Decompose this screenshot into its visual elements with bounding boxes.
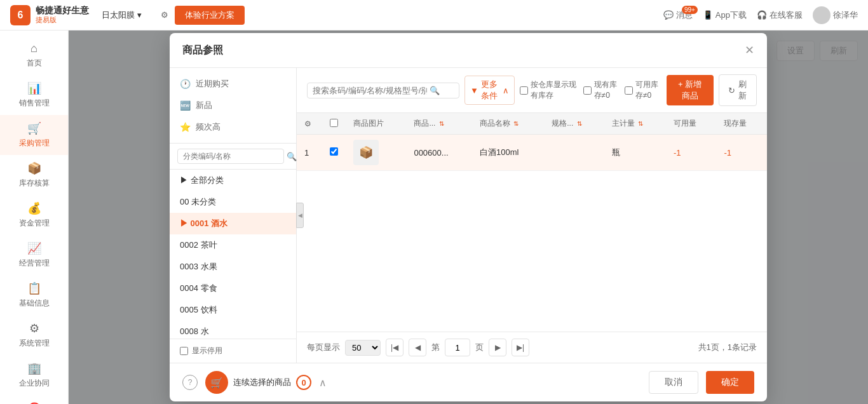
table-row[interactable]: 1 📦 [297, 135, 767, 171]
cat-item-0002[interactable]: 0002 茶叶 [170, 234, 296, 256]
th-settings[interactable]: ⚙ [297, 113, 322, 135]
row-check[interactable] [322, 135, 346, 171]
settings-icon[interactable]: ⚙ [154, 5, 175, 25]
message-icon: 💬 [663, 10, 674, 20]
sidebar-label-purchase: 采购管理 [19, 138, 50, 149]
product-image: 📦 [353, 140, 379, 165]
modal-close-button[interactable]: ✕ [745, 43, 754, 57]
continue-count-badge: 0 [296, 375, 311, 390]
last-page-button[interactable]: ▶| [512, 339, 529, 356]
first-page-button[interactable]: |◀ [386, 339, 403, 356]
sidebar-item-sales[interactable]: 📊 销售管理 [0, 75, 68, 115]
th-spec-label: 规格... [552, 119, 573, 128]
sidebar-item-operation[interactable]: 📈 经营管理 [0, 235, 68, 275]
th-unit[interactable]: 主计量 ⇅ [604, 113, 666, 135]
store-name: 日太阳膜 [102, 10, 135, 21]
th-stock: 现存量 [716, 113, 767, 135]
category-search-icon[interactable]: 🔍 [287, 152, 297, 161]
th-name[interactable]: 商品名称 ⇅ [472, 113, 544, 135]
confirm-button[interactable]: 确定 [706, 371, 754, 394]
add-product-button[interactable]: + 新增商品 [667, 75, 714, 105]
search-icon[interactable]: 🔍 [430, 86, 440, 95]
service-item[interactable]: 🎧 在线客服 [757, 10, 803, 21]
warehouse-filter-label[interactable]: 按仓库显示现有库存 [520, 79, 578, 101]
stock-filter-checkbox[interactable] [583, 86, 592, 95]
refresh-button[interactable]: ↻ 刷新 [719, 74, 757, 106]
sidebar-item-enterprise[interactable]: 🏢 企业协同 [0, 355, 68, 395]
purchase-icon: 🛒 [27, 121, 41, 135]
row-checkbox[interactable] [330, 147, 338, 156]
message-nav-item[interactable]: 💬 消息 99+ [663, 10, 693, 21]
cat-item-0001[interactable]: ▶ 0001 酒水 [170, 213, 296, 234]
table-header-row: ⚙ 商品图片 商品... ⇅ [297, 113, 767, 135]
sidebar-item-purchase[interactable]: 🛒 采购管理 [0, 115, 68, 155]
help-icon[interactable]: ? [182, 375, 198, 390]
page-label: 第 [431, 342, 440, 353]
next-page-button[interactable]: ▶ [489, 339, 506, 356]
quick-item-recent[interactable]: 🕐 近期购买 [170, 73, 296, 95]
stock-filter-label[interactable]: 现有库存≠0 [583, 79, 620, 101]
select-all-checkbox[interactable] [330, 119, 338, 127]
app-download-item[interactable]: 📱 App下载 [703, 10, 747, 21]
warehouse-filter-checkbox[interactable] [520, 86, 528, 95]
sort-spec-icon: ⇅ [577, 120, 582, 127]
table-head: ⚙ 商品图片 商品... ⇅ [297, 113, 767, 135]
product-panel: 🔍 ▼ 更多条件 ∧ 按仓库显示现有库存 [297, 68, 767, 363]
cancel-button[interactable]: 取消 [649, 371, 698, 394]
quick-label-new: 新品 [196, 100, 212, 111]
sidebar-item-system[interactable]: ⚙ 系统管理 [0, 315, 68, 355]
guide-icon: 🎯 [27, 401, 41, 404]
modal-footer: ? 🛒 连续选择的商品 0 ∧ 取消 确定 [170, 363, 767, 401]
enterprise-icon: 🏢 [27, 361, 41, 375]
cat-item-0003[interactable]: 0003 水果 [170, 256, 296, 278]
sidebar-item-home[interactable]: ⌂ 首页 [0, 36, 68, 75]
th-code-label: 商品... [414, 119, 435, 128]
store-selector[interactable]: 日太阳膜 ▾ [102, 10, 142, 21]
sidebar-item-inventory[interactable]: 📦 库存核算 [0, 155, 68, 195]
filter-button[interactable]: ▼ 更多条件 ∧ [465, 76, 515, 105]
user-item[interactable]: 徐泽华 [813, 6, 858, 24]
cat-item-all[interactable]: ▶ 全部分类 [170, 170, 296, 191]
category-search-input[interactable] [177, 149, 284, 164]
available-filter-checkbox[interactable] [625, 86, 633, 95]
category-collapse-button[interactable]: ◀ [296, 203, 304, 228]
available-filter-label[interactable]: 可用库存≠0 [625, 79, 661, 101]
page-size-select[interactable]: 50 10 20 100 [345, 340, 381, 356]
quick-access: 🕐 近期购买 🆕 新品 ⭐ 频次高 [170, 68, 296, 144]
display-disabled-checkbox[interactable] [180, 347, 188, 355]
cart-icon[interactable]: 🛒 [205, 371, 228, 394]
avatar [813, 6, 831, 24]
product-search-input[interactable] [313, 86, 427, 95]
modal-header: 商品参照 ✕ [170, 33, 767, 68]
quick-label-recent: 近期购买 [196, 78, 229, 90]
finance-icon: 💰 [27, 201, 41, 215]
th-code[interactable]: 商品... ⇅ [406, 113, 472, 135]
sidebar-item-basic[interactable]: 📋 基础信息 [0, 275, 68, 315]
modal-overlay: 商品参照 ✕ 🕐 近期购买 🆕 [69, 30, 868, 404]
available-filter-text: 可用库存≠0 [635, 79, 661, 101]
sort-name-icon: ⇅ [513, 120, 519, 127]
collapse-footer-icon[interactable]: ∧ [319, 377, 327, 389]
page-number-input[interactable] [445, 339, 470, 356]
sales-icon: 📊 [27, 81, 41, 95]
quick-label-frequent: 频次高 [196, 121, 220, 133]
sidebar-item-guide[interactable]: 🎯 新手引导 [0, 395, 68, 404]
cat-item-0005[interactable]: 0005 饮料 [170, 299, 296, 321]
quick-item-frequent[interactable]: ⭐ 频次高 [170, 116, 296, 138]
trial-button[interactable]: 体验行业方案 [175, 6, 245, 25]
quick-item-new[interactable]: 🆕 新品 [170, 95, 296, 116]
recent-icon: 🕐 [180, 79, 191, 89]
system-icon: ⚙ [29, 321, 39, 335]
prev-page-button[interactable]: ◀ [409, 339, 426, 356]
refresh-icon: ↻ [728, 86, 735, 95]
main-content: 查询 设置 刷新 商品参照 ✕ 🕐 [69, 30, 868, 404]
category-search: 🔍 [170, 144, 296, 170]
th-check [322, 113, 346, 135]
sidebar-item-finance[interactable]: 💰 资金管理 [0, 195, 68, 235]
cat-item-00[interactable]: 00 未分类 [170, 191, 296, 213]
image-placeholder-icon: 📦 [359, 145, 373, 159]
th-spec[interactable]: 规格... ⇅ [544, 113, 604, 135]
cat-item-0004[interactable]: 0004 零食 [170, 278, 296, 299]
cat-item-0008[interactable]: 0008 水 [170, 321, 296, 339]
cat-label-0005: 0005 饮料 [180, 304, 217, 316]
